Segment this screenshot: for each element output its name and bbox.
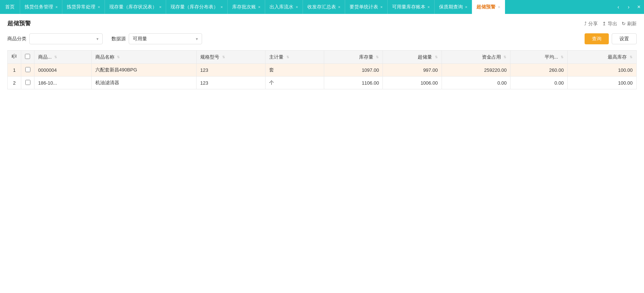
col-spec-label: 规格型号: [200, 54, 219, 60]
filter-group-category: 商品分类 ▾: [7, 33, 103, 44]
refresh-label: 刷新: [627, 21, 637, 27]
col-stock-label: 库存量: [359, 54, 373, 60]
sort-icon-capital: ⇅: [504, 56, 506, 59]
row-max: 100.00: [568, 77, 637, 89]
nav-tab-tab-collect[interactable]: 收发存汇总表×: [303, 0, 345, 14]
row-overstock: 997.00: [383, 64, 442, 77]
col-header-stock[interactable]: 库存量 ⇅: [324, 51, 383, 64]
settings-button[interactable]: 设置: [612, 33, 637, 44]
export-icon: ↥: [602, 21, 606, 26]
col-header-avg[interactable]: 平均... ⇅: [511, 51, 568, 64]
tab-close-icon[interactable]: ×: [465, 5, 467, 9]
col-header-overstock[interactable]: 超储量 ⇅: [383, 51, 442, 64]
nav-arrow-left[interactable]: ‹: [613, 0, 623, 14]
table-header-row: 商品... ⇅ 商品名称 ⇅ 规格型号 ⇅ 主计量 ⇅ 库存量 ⇅: [8, 51, 637, 64]
nav-tab-tab-stock-dist[interactable]: 现存量（库存分布表）×: [166, 0, 227, 14]
col-header-unit[interactable]: 主计量 ⇅: [265, 51, 324, 64]
nav-tab-tab-available[interactable]: 可用量库存账本×: [388, 0, 435, 14]
col-name-label: 商品名称: [95, 54, 114, 60]
filter-row: 商品分类 ▾ 数据源 可用量 ▾ 查询 设置: [7, 33, 637, 44]
tab-close-icon[interactable]: ×: [428, 5, 430, 9]
col-gear[interactable]: [8, 51, 21, 64]
nav-tab-tab-batch[interactable]: 库存批次账×: [228, 0, 265, 14]
row-max: 100.00: [568, 64, 637, 77]
tab-close-icon[interactable]: ×: [296, 5, 298, 9]
row-name: 机油滤清器: [91, 77, 196, 89]
sort-icon-name: ⇅: [117, 56, 120, 59]
table-row: 1 0000004 六配套新昌490BPG 123 套 1097.00 997.…: [8, 64, 637, 77]
row-unit: 套: [265, 64, 324, 77]
category-select[interactable]: ▾: [29, 33, 103, 44]
col-header-capital[interactable]: 资金占用 ⇅: [442, 51, 511, 64]
share-label: 分享: [588, 21, 598, 27]
nav-arrow-right[interactable]: ›: [623, 0, 634, 14]
nav-arrow-more[interactable]: ✕: [634, 0, 644, 14]
tab-close-icon[interactable]: ×: [55, 5, 58, 9]
col-header-code[interactable]: 商品... ⇅: [34, 51, 92, 64]
tab-label: 现存量（库存分布表）: [171, 4, 218, 10]
col-header-name[interactable]: 商品名称 ⇅: [91, 51, 196, 64]
data-table: 商品... ⇅ 商品名称 ⇅ 规格型号 ⇅ 主计量 ⇅ 库存量 ⇅: [7, 50, 637, 89]
tab-close-icon[interactable]: ×: [380, 5, 383, 9]
page-header: 超储预警 ⤴ 分享 ↥ 导出 ↻ 刷新: [7, 20, 637, 27]
nav-tab-tab-expiry[interactable]: 保质期查询×: [435, 0, 472, 14]
tab-close-icon[interactable]: ×: [220, 5, 223, 9]
datasource-value: 可用量: [133, 36, 147, 42]
col-overstock-label: 超储量: [418, 54, 432, 60]
nav-tab-tab-pick-exception[interactable]: 拣货异常处理×: [62, 0, 105, 14]
page-content: 超储预警 ⤴ 分享 ↥ 导出 ↻ 刷新 商品分类 ▾ 数据源: [0, 14, 644, 293]
tab-close-icon[interactable]: ×: [98, 5, 100, 9]
row-code: 186-10...: [34, 77, 92, 89]
tab-close-icon[interactable]: ×: [498, 5, 500, 9]
nav-home[interactable]: 首页: [0, 0, 20, 14]
tab-label: 超储预警: [476, 4, 495, 10]
col-avg-label: 平均...: [545, 54, 558, 60]
share-button[interactable]: ⤴ 分享: [584, 21, 598, 27]
col-header-spec[interactable]: 规格型号 ⇅: [197, 51, 266, 64]
tab-label: 现存量（库存状况表）: [109, 4, 157, 10]
row-avg: 0.00: [511, 77, 568, 89]
nav-tab-tab-stock-status[interactable]: 现存量（库存状况表）×: [105, 0, 166, 14]
row-index: 2: [8, 77, 21, 89]
select-all-checkbox[interactable]: [25, 54, 30, 59]
row-capital: 259220.00: [442, 64, 511, 77]
row-spec: 123: [197, 64, 266, 77]
row-avg: 260.00: [511, 64, 568, 77]
gear-icon: [11, 53, 17, 59]
top-nav: 首页 拣货任务管理×拣货异常处理×现存量（库存状况表）×现存量（库存分布表）×库…: [0, 0, 644, 14]
nav-tab-tab-inout[interactable]: 出入库流水×: [265, 0, 303, 14]
export-button[interactable]: ↥ 导出: [602, 21, 617, 27]
filter-actions: 查询 设置: [585, 33, 637, 44]
tab-label: 拣货异常处理: [67, 4, 95, 10]
sort-icon-avg: ⇅: [561, 56, 564, 59]
row-stock: 1106.00: [324, 77, 383, 89]
tab-label: 要货单统计表: [350, 4, 378, 10]
chevron-down-icon: ▾: [96, 37, 99, 41]
nav-tab-tab-overstock[interactable]: 超储预警×: [472, 0, 505, 14]
refresh-button[interactable]: ↻ 刷新: [622, 21, 637, 27]
nav-tab-tab-order-stat[interactable]: 要货单统计表×: [345, 0, 387, 14]
col-checkbox-header[interactable]: [21, 51, 34, 64]
sort-icon-overstock: ⇅: [435, 56, 438, 59]
row-checkbox-cell[interactable]: [21, 77, 34, 89]
tab-close-icon[interactable]: ×: [159, 5, 161, 9]
page-title: 超储预警: [7, 20, 31, 27]
sort-icon-code: ⇅: [54, 56, 57, 59]
col-header-max[interactable]: 最高库存 ⇅: [568, 51, 637, 64]
tab-close-icon[interactable]: ×: [258, 5, 260, 9]
row-checkbox-cell[interactable]: [21, 64, 34, 77]
row-name: 六配套新昌490BPG: [91, 64, 196, 77]
tab-label: 收发存汇总表: [307, 4, 336, 10]
sort-icon-spec: ⇅: [222, 56, 225, 59]
row-spec: 123: [197, 77, 266, 89]
row-overstock: 1006.00: [383, 77, 442, 89]
row-checkbox[interactable]: [25, 67, 30, 72]
tab-close-icon[interactable]: ×: [338, 5, 340, 9]
row-checkbox[interactable]: [25, 80, 30, 85]
header-actions: ⤴ 分享 ↥ 导出 ↻ 刷新: [584, 21, 637, 27]
datasource-select[interactable]: 可用量 ▾: [129, 33, 202, 44]
query-button[interactable]: 查询: [585, 33, 609, 44]
nav-tab-tab-pick-manage[interactable]: 拣货任务管理×: [20, 0, 62, 14]
row-unit: 个: [265, 77, 324, 89]
sort-icon-unit: ⇅: [286, 56, 289, 59]
